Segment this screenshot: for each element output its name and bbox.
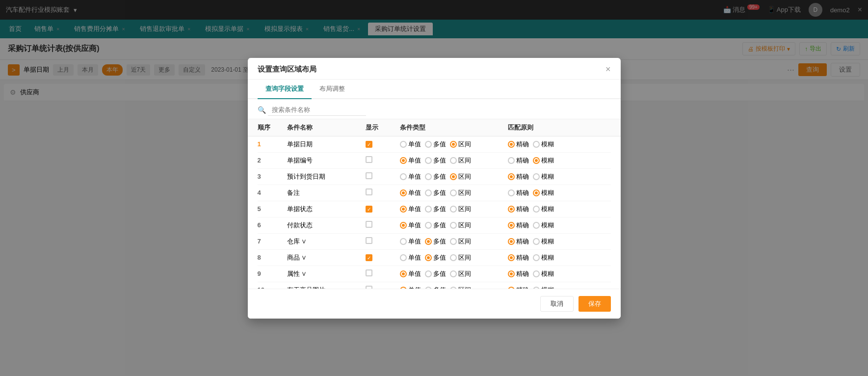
row-condition-name: 商品 ∨	[287, 253, 366, 262]
type-radio-多值[interactable]: 多值	[425, 188, 446, 197]
match-radio-模糊[interactable]: 模糊	[533, 237, 554, 246]
match-principle-group: 精确模糊	[508, 221, 616, 230]
settings-modal: 设置查询区域布局 × 查询字段设置 布局调整 🔍 顺序 条件名称 显示 条件类型…	[248, 58, 621, 319]
row-number: 5	[258, 205, 287, 213]
type-radio-单值[interactable]: 单值	[400, 156, 421, 165]
display-checkbox[interactable]	[366, 172, 372, 179]
match-radio-精确[interactable]: 精确	[508, 253, 529, 262]
type-radio-区间[interactable]: 区间	[450, 172, 471, 181]
modal-close-button[interactable]: ×	[605, 65, 611, 74]
type-radio-多值[interactable]: 多值	[425, 221, 446, 230]
row-condition-name: 仓库 ∨	[287, 237, 366, 246]
type-radio-单值[interactable]: 单值	[400, 253, 421, 262]
modal-header: 设置查询区域布局 ×	[248, 58, 621, 80]
type-radio-多值[interactable]: 多值	[425, 237, 446, 246]
row-condition-name: 单据编号	[287, 156, 366, 165]
type-radio-区间[interactable]: 区间	[450, 140, 471, 149]
display-checkbox[interactable]	[366, 269, 372, 276]
display-checkbox[interactable]: ✓	[366, 206, 372, 213]
type-radio-多值[interactable]: 多值	[425, 253, 446, 262]
type-radio-多值[interactable]: 多值	[425, 140, 446, 149]
row-number: 9	[258, 270, 287, 277]
table-row: 9属性 ∨单值多值区间精确模糊	[258, 266, 611, 282]
type-radio-区间[interactable]: 区间	[450, 221, 471, 230]
type-radio-单值[interactable]: 单值	[400, 188, 421, 197]
table-row: 6付款状态单值多值区间精确模糊	[258, 217, 611, 234]
match-radio-精确[interactable]: 精确	[508, 237, 529, 246]
type-radio-单值[interactable]: 单值	[400, 172, 421, 181]
table-row: 5单据状态✓单值多值区间精确模糊	[258, 201, 611, 217]
search-input[interactable]	[268, 104, 366, 116]
match-radio-模糊[interactable]: 模糊	[533, 221, 554, 230]
type-radio-单值[interactable]: 单值	[400, 269, 421, 278]
modal-footer: 取消 保存	[248, 289, 621, 319]
row-condition-name: 单据状态	[287, 205, 366, 214]
match-radio-模糊[interactable]: 模糊	[533, 156, 554, 165]
col-header-order: 顺序	[258, 123, 287, 132]
match-radio-精确[interactable]: 精确	[508, 205, 529, 214]
match-radio-模糊[interactable]: 模糊	[533, 188, 554, 197]
modal-tab-layout[interactable]: 布局调整	[312, 80, 353, 99]
match-principle-group: 精确模糊	[508, 140, 616, 149]
col-header-name: 条件名称	[287, 123, 366, 132]
match-radio-模糊[interactable]: 模糊	[533, 140, 554, 149]
condition-type-group: 单值多值区间	[400, 172, 508, 181]
display-checkbox[interactable]	[366, 188, 372, 195]
type-radio-单值[interactable]: 单值	[400, 205, 421, 214]
display-checkbox[interactable]: ✓	[366, 254, 372, 261]
match-radio-模糊[interactable]: 模糊	[533, 269, 554, 278]
table-row: 2单据编号单值多值区间精确模糊	[258, 153, 611, 169]
match-principle-group: 精确模糊	[508, 253, 616, 262]
type-radio-区间[interactable]: 区间	[450, 269, 471, 278]
col-header-display: 显示	[366, 123, 400, 132]
match-radio-模糊[interactable]: 模糊	[533, 205, 554, 214]
modal-table-body: 1单据日期✓单值多值区间精确模糊2单据编号单值多值区间精确模糊3预计到货日期单值…	[248, 136, 621, 289]
type-radio-区间[interactable]: 区间	[450, 205, 471, 214]
match-radio-模糊[interactable]: 模糊	[533, 253, 554, 262]
type-radio-区间[interactable]: 区间	[450, 188, 471, 197]
row-number: 2	[258, 157, 287, 164]
type-radio-多值[interactable]: 多值	[425, 156, 446, 165]
display-checkbox[interactable]: ✓	[366, 141, 372, 148]
modal-tab-query-fields[interactable]: 查询字段设置	[258, 80, 312, 99]
type-radio-单值[interactable]: 单值	[400, 221, 421, 230]
type-radio-单值[interactable]: 单值	[400, 237, 421, 246]
table-row: 8商品 ∨✓单值多值区间精确模糊	[258, 250, 611, 266]
match-radio-精确[interactable]: 精确	[508, 269, 529, 278]
display-checkbox[interactable]	[366, 237, 372, 244]
type-radio-多值[interactable]: 多值	[425, 205, 446, 214]
modal-title: 设置查询区域布局	[258, 65, 316, 74]
type-radio-多值[interactable]: 多值	[425, 269, 446, 278]
condition-type-group: 单值多值区间	[400, 156, 508, 165]
row-number: 3	[258, 173, 287, 180]
type-radio-区间[interactable]: 区间	[450, 237, 471, 246]
table-row: 7仓库 ∨单值多值区间精确模糊	[258, 234, 611, 250]
condition-type-group: 单值多值区间	[400, 140, 508, 149]
match-radio-模糊[interactable]: 模糊	[533, 172, 554, 181]
row-number: 4	[258, 189, 287, 196]
row-condition-name: 属性 ∨	[287, 269, 366, 278]
search-icon: 🔍	[258, 106, 266, 114]
match-radio-精确[interactable]: 精确	[508, 140, 529, 149]
row-number: 7	[258, 238, 287, 245]
table-row: 10有无商品图片单值多值区间精确模糊	[258, 282, 611, 289]
type-radio-区间[interactable]: 区间	[450, 156, 471, 165]
col-header-match: 匹配原则	[508, 123, 616, 132]
match-radio-精确[interactable]: 精确	[508, 188, 529, 197]
modal-tabs: 查询字段设置 布局调整	[248, 80, 621, 99]
row-number: 6	[258, 221, 287, 229]
match-principle-group: 精确模糊	[508, 205, 616, 214]
condition-type-group: 单值多值区间	[400, 188, 508, 197]
display-checkbox[interactable]	[366, 221, 372, 228]
match-radio-精确[interactable]: 精确	[508, 156, 529, 165]
condition-type-group: 单值多值区间	[400, 269, 508, 278]
display-checkbox[interactable]	[366, 156, 372, 163]
save-button[interactable]: 保存	[579, 296, 611, 312]
type-radio-区间[interactable]: 区间	[450, 253, 471, 262]
match-radio-精确[interactable]: 精确	[508, 221, 529, 230]
match-radio-精确[interactable]: 精确	[508, 172, 529, 181]
type-radio-单值[interactable]: 单值	[400, 140, 421, 149]
cancel-button[interactable]: 取消	[540, 296, 574, 312]
type-radio-多值[interactable]: 多值	[425, 172, 446, 181]
condition-type-group: 单值多值区间	[400, 221, 508, 230]
